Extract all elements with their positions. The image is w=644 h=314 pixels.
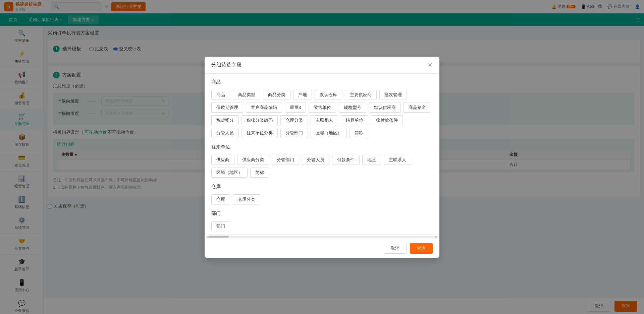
field-tag-goods-14[interactable]: 炼货积分 [211,115,239,125]
field-tag-goods-19[interactable]: 收付款条件 [371,115,403,125]
hscroll-bar [209,236,435,238]
modal-cancel-button[interactable]: 取消 [384,243,407,254]
field-tag-partner-2[interactable]: 分管部门 [272,155,299,165]
field-group-dept: 部门 部门 [211,210,433,231]
field-tag-goods-1[interactable]: 商品类型 [233,90,260,100]
modal-overlay: 分组待选字段 ✕ 商品 商品 商品类型 商品分类 产地 默认仓库 主要供应商 批… [0,0,644,314]
field-tag-goods-12[interactable]: 默认供应商 [369,103,401,113]
modal: 分组待选字段 ✕ 商品 商品 商品类型 商品分类 产地 默认仓库 主要供应商 批… [205,57,439,258]
field-tags-partner: 供应商 供应商分类 分管部门 分管人员 付款条件 地区 主联系人 区域（地区） … [211,155,433,178]
field-tag-partner-7[interactable]: 区域（地区） [211,168,248,178]
field-tag-goods-9[interactable]: 重量3 [285,103,306,113]
field-tag-goods-5[interactable]: 主要供应商 [345,90,377,100]
field-tag-goods-22[interactable]: 分管部门 [280,128,308,138]
field-tag-warehouse-1[interactable]: 仓库分类 [233,194,260,204]
modal-body: 商品 商品 商品类型 商品分类 产地 默认仓库 主要供应商 批次管理 保质期管理… [205,74,439,235]
field-tag-goods-21[interactable]: 往来单位分类 [241,128,278,138]
field-tag-partner-8[interactable]: 简称 [250,168,269,178]
field-group-goods: 商品 商品 商品类型 商品分类 产地 默认仓库 主要供应商 批次管理 保质期管理… [211,79,433,138]
field-tag-goods-15[interactable]: 税收分类编码 [241,115,278,125]
field-group-partner: 往来单位 供应商 供应商分类 分管部门 分管人员 付款条件 地区 主联系人 区域… [211,144,433,178]
field-tag-partner-5[interactable]: 地区 [362,155,381,165]
field-tag-goods-6[interactable]: 批次管理 [379,90,407,100]
field-tag-goods-23[interactable]: 区域（地区） [311,128,347,138]
field-tag-goods-16[interactable]: 仓库分类 [280,115,308,125]
modal-hscroll: ◀ ▶ [205,235,439,239]
field-tag-partner-6[interactable]: 主联系人 [384,155,411,165]
modal-title: 分组待选字段 [211,62,241,68]
field-tag-goods-20[interactable]: 分管人员 [211,128,239,138]
hscroll-thumb[interactable] [209,236,229,238]
modal-confirm-button[interactable]: 查询 [410,243,433,254]
field-group-dept-title: 部门 [211,210,433,218]
field-tag-goods-8[interactable]: 客户商品编码 [246,103,282,113]
modal-header: 分组待选字段 ✕ [205,57,439,74]
field-tag-partner-0[interactable]: 供应商 [211,155,234,165]
field-tag-warehouse-0[interactable]: 仓库 [211,194,230,204]
field-tag-goods-10[interactable]: 零售单位 [309,103,336,113]
field-tag-goods-11[interactable]: 规格型号 [339,103,366,113]
field-tag-dept-0[interactable]: 部门 [211,221,230,231]
field-group-warehouse: 仓库 仓库 仓库分类 [211,184,433,204]
field-group-goods-title: 商品 [211,79,433,86]
field-tag-partner-1[interactable]: 供应商分类 [237,155,269,165]
field-tags-warehouse: 仓库 仓库分类 [211,194,433,204]
modal-footer: 取消 查询 [205,239,439,258]
field-tag-goods-18[interactable]: 结算单位 [341,115,368,125]
field-tag-goods-2[interactable]: 商品分类 [263,90,290,100]
field-tag-goods-0[interactable]: 商品 [211,90,230,100]
field-tags-goods: 商品 商品类型 商品分类 产地 默认仓库 主要供应商 批次管理 保质期管理 客户… [211,90,433,138]
field-tag-partner-4[interactable]: 付款条件 [332,155,360,165]
modal-close-button[interactable]: ✕ [428,61,433,69]
field-group-warehouse-title: 仓库 [211,184,433,191]
field-tag-goods-4[interactable]: 默认仓库 [315,90,342,100]
field-tag-goods-17[interactable]: 主联系人 [311,115,338,125]
field-tag-partner-3[interactable]: 分管人员 [302,155,329,165]
field-tag-goods-7[interactable]: 保质期管理 [211,103,243,113]
field-group-partner-title: 往来单位 [211,144,433,151]
field-tag-goods-3[interactable]: 产地 [293,90,312,100]
field-tags-dept: 部门 [211,221,433,231]
field-tag-goods-13[interactable]: 商品别名 [404,103,431,113]
field-tag-goods-24[interactable]: 简称 [350,128,368,138]
